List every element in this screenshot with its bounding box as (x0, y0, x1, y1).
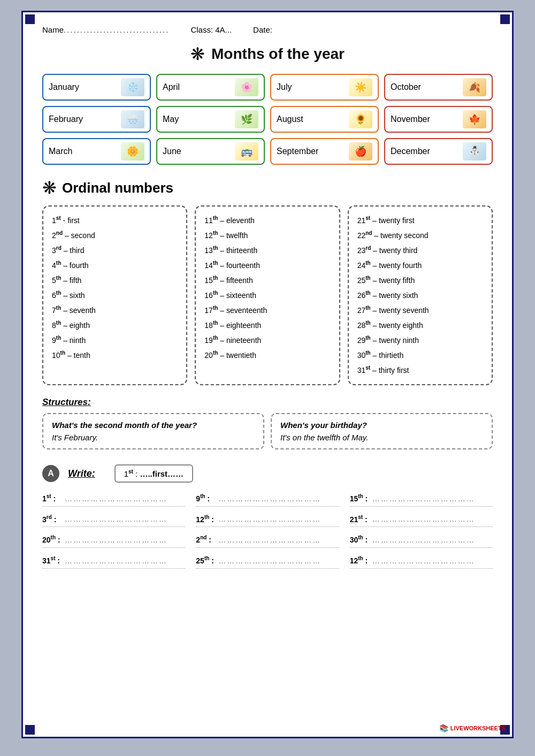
ordinal-item: 21st – twenty first (357, 213, 483, 228)
ordinal-item: 12th – twelfth (204, 228, 330, 243)
write-item: 9th :……………………………… (196, 490, 339, 507)
ordinal-item: 31st – thirty first (357, 363, 483, 378)
ordinal-item: 17th – seventeenth (204, 303, 330, 318)
write-item: 31st :……………………………… (42, 552, 185, 569)
ordinal-item: 28th – twenty eighth (357, 318, 483, 333)
ordinal-item: 8th – eighth (52, 318, 178, 333)
example-num: 1 (124, 469, 128, 478)
write-header: A Write: 1st : …..first…… (42, 464, 493, 483)
ordinal-flower-icon: ❋ (42, 178, 57, 198)
months-title: Months of the year (211, 45, 345, 63)
ordinal-item: 2nd – second (52, 228, 178, 243)
ordinal-item: 6th – sixth (52, 288, 178, 303)
ordinal-title-section: ❋ Ordinal numbers (42, 178, 493, 198)
month-image: ☀️ (349, 78, 372, 96)
months-title-section: ❋ Months of the year (42, 44, 493, 64)
write-num: 3rd : (42, 514, 63, 524)
write-answer-dots: ……………………………… (218, 494, 321, 503)
month-image: 🌨️ (121, 110, 144, 128)
month-image: 🌻 (349, 110, 372, 128)
write-answer-dots: ……………………………… (372, 536, 475, 544)
month-image: 🍎 (349, 142, 372, 161)
ordinal-item: 3rd – third (52, 243, 178, 258)
month-name: January (49, 82, 79, 92)
flower-icon: ❋ (190, 44, 205, 64)
write-num: 15th : (350, 493, 370, 503)
ordinal-item: 15th – fifteenth (204, 273, 330, 288)
write-item: 25th :……………………………… (196, 552, 339, 569)
ordinal-col-3: 21st – twenty first22nd – twenty second2… (348, 205, 493, 385)
example-sup: st (128, 469, 133, 475)
month-card-august: August 🌻 (270, 106, 379, 133)
example-answer: …..first…… (140, 469, 184, 478)
lw-logo: 📚 (439, 724, 448, 732)
month-image: 🌸 (235, 78, 258, 96)
month-image: 🌿 (235, 110, 258, 128)
write-answer-dots: ……………………………… (65, 536, 167, 544)
footer: 📚 LIVEWORKSHEETS (439, 724, 506, 732)
ordinal-item: 22nd – twenty second (357, 228, 483, 243)
write-item: 12th :……………………………… (350, 552, 493, 569)
write-num: 12th : (350, 555, 370, 565)
structure-answer: It's February. (52, 433, 255, 442)
ordinal-item: 9th – ninth (52, 333, 178, 348)
month-name: September (277, 147, 318, 156)
write-label: Write: (68, 468, 95, 479)
write-num: 30th : (350, 534, 370, 544)
class-label: Class: 4A... (190, 25, 232, 34)
structures-title: Structures: (42, 397, 493, 408)
write-item: 15th :……………………………… (350, 490, 493, 507)
write-grid: 1st :………………………………9th :………………………………15th :… (42, 490, 493, 569)
name-label: Name................................ (42, 25, 169, 34)
month-name: February (49, 114, 83, 124)
month-name: April (163, 82, 180, 92)
example-box: 1st : …..first…… (114, 464, 193, 483)
write-section: A Write: 1st : …..first…… 1st :………………………… (42, 464, 493, 569)
ordinal-item: 26th – twenty sixth (357, 288, 483, 303)
write-item: 21st :……………………………… (350, 511, 493, 528)
worksheet-page: Name................................ Cla… (21, 11, 514, 738)
month-image: ⛄ (463, 142, 486, 161)
corner-tl (25, 14, 35, 24)
structure-question: When's your birthday? (280, 421, 483, 430)
ordinal-item: 19th – nineteenth (204, 333, 330, 348)
ordinal-item: 27th – twenty seventh (357, 303, 483, 318)
month-name: October (391, 82, 421, 92)
ordinal-item: 24th – twenty fourth (357, 258, 483, 273)
month-card-october: October 🍂 (384, 74, 493, 101)
month-card-november: November 🍁 (384, 106, 493, 133)
month-image: 🍁 (463, 110, 486, 128)
header: Name................................ Cla… (42, 25, 493, 34)
month-card-april: April 🌸 (156, 74, 265, 101)
month-name: July (277, 82, 292, 92)
month-card-february: February 🌨️ (42, 106, 151, 133)
month-image: 🚌 (235, 142, 258, 161)
write-num: 25th : (196, 555, 216, 565)
structure-box: What's the second month of the year? It'… (42, 413, 264, 449)
structure-question: What's the second month of the year? (52, 421, 255, 430)
write-num: 2nd : (196, 534, 216, 544)
month-card-march: March 🌼 (42, 138, 151, 165)
write-num: 9th : (196, 493, 216, 503)
write-item: 20th :……………………………… (42, 531, 185, 548)
write-badge: A (42, 465, 59, 482)
structures-grid: What's the second month of the year? It'… (42, 413, 493, 449)
months-grid: January ❄️ April 🌸 July ☀️ October 🍂 Feb… (42, 74, 493, 165)
structures-section: Structures: What's the second month of t… (42, 397, 493, 449)
write-item: 12th :……………………………… (196, 511, 339, 528)
month-card-july: July ☀️ (270, 74, 379, 101)
ordinal-item: 20th – twentieth (204, 348, 330, 363)
month-name: June (163, 147, 181, 156)
ordinal-col-2: 11th – eleventh12th – twelfth13th – thir… (195, 205, 340, 385)
ordinal-item: 18th – eighteenth (204, 318, 330, 333)
write-answer-dots: ……………………………… (218, 515, 321, 523)
month-image: ❄️ (121, 78, 144, 96)
ordinal-item: 7th – seventh (52, 303, 178, 318)
date-label: Date: (253, 25, 272, 34)
write-item: 2nd :……………………………… (196, 531, 339, 548)
ordinal-item: 10th – tenth (52, 348, 178, 363)
ordinal-item: 23rd – twenty third (357, 243, 483, 258)
write-item: 3rd :……………………………… (42, 511, 185, 528)
month-name: March (49, 147, 72, 156)
month-card-january: January ❄️ (42, 74, 151, 101)
